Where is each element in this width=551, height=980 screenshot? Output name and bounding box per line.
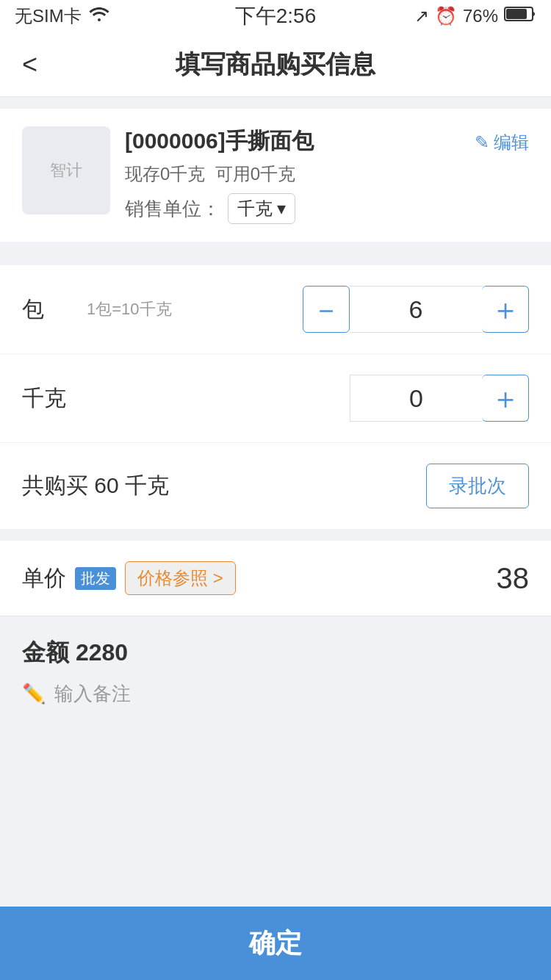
bao-quantity-input[interactable] — [350, 286, 482, 333]
location-icon: ↗ — [414, 6, 429, 26]
remark-row[interactable]: ✏️ 输入备注 — [22, 681, 529, 707]
confirm-button[interactable]: 确定 — [0, 907, 551, 980]
carrier-text: 无SIM卡 — [15, 4, 82, 28]
status-bar-time: 下午2:56 — [235, 2, 317, 30]
kg-quantity-input[interactable] — [350, 375, 482, 422]
page-title: 填写商品购买信息 — [176, 48, 375, 82]
amount-number: 2280 — [76, 639, 128, 666]
svg-rect-1 — [506, 9, 527, 19]
amount-section: 金额 2280 ✏️ 输入备注 — [0, 616, 551, 718]
price-value: 38 — [497, 562, 530, 595]
product-thumb-label: 智计 — [50, 159, 82, 181]
product-name: [0000006]手撕面包 — [125, 126, 529, 156]
price-section: 单价 批发 价格参照 > 38 — [0, 541, 551, 616]
alarm-icon: ⏰ — [435, 6, 457, 26]
total-text: 共购买 60 千克 — [22, 471, 169, 501]
battery-icon — [504, 6, 536, 26]
status-bar-left: 无SIM卡 — [15, 4, 111, 28]
bao-minus-button[interactable]: － — [303, 286, 350, 333]
amount-row: 金额 2280 — [22, 637, 529, 669]
product-unit-row: 销售单位： 千克 ▾ — [125, 193, 529, 224]
wifi-icon — [87, 5, 111, 27]
price-tag-pifa: 批发 — [75, 567, 116, 590]
bao-plus-button[interactable]: ＋ — [482, 286, 529, 333]
edit-button[interactable]: ✎ 编辑 — [475, 131, 529, 154]
remark-placeholder: 输入备注 — [54, 681, 131, 707]
kg-label: 千克 — [22, 383, 81, 414]
batch-button[interactable]: 录批次 — [426, 464, 529, 508]
price-label-row: 单价 批发 价格参照 > — [22, 561, 236, 595]
amount-label: 金额 — [22, 639, 69, 666]
edit-icon: ✎ — [475, 132, 489, 153]
kg-quantity-control: ＋ — [350, 375, 529, 422]
price-ref-button[interactable]: 价格参照 > — [125, 561, 236, 595]
price-label: 单价 — [22, 563, 66, 594]
unit-select[interactable]: 千克 ▾ — [228, 193, 295, 224]
bao-label: 包 — [22, 295, 81, 325]
kg-quantity-row: 千克 ＋ — [0, 354, 551, 443]
bao-quantity-control: － ＋ — [303, 286, 529, 333]
kg-plus-button[interactable]: ＋ — [482, 375, 529, 422]
battery-text: 76% — [463, 6, 498, 26]
product-stock: 现存0千克 可用0千克 — [125, 162, 529, 186]
unit-label: 销售单位： — [125, 196, 220, 222]
status-bar: 无SIM卡 下午2:56 ↗ ⏰ 76% — [0, 0, 551, 32]
bao-hint: 1包=10千克 — [87, 298, 303, 320]
product-card: 智计 [0000006]手撕面包 现存0千克 可用0千克 销售单位： 千克 ▾ … — [0, 109, 551, 242]
pencil-icon: ✏️ — [22, 682, 46, 705]
status-bar-right: ↗ ⏰ 76% — [414, 6, 536, 26]
total-row: 共购买 60 千克 录批次 — [0, 443, 551, 529]
product-info: [0000006]手撕面包 现存0千克 可用0千克 销售单位： 千克 ▾ — [125, 126, 529, 224]
section-divider-1 — [0, 253, 551, 265]
bao-quantity-row: 包 1包=10千克 － ＋ — [0, 265, 551, 354]
nav-bar: < 填写商品购买信息 — [0, 32, 551, 97]
back-button[interactable]: < — [22, 49, 37, 80]
chevron-down-icon: ▾ — [277, 198, 286, 219]
product-thumbnail: 智计 — [22, 126, 110, 215]
section-divider-2 — [0, 529, 551, 541]
